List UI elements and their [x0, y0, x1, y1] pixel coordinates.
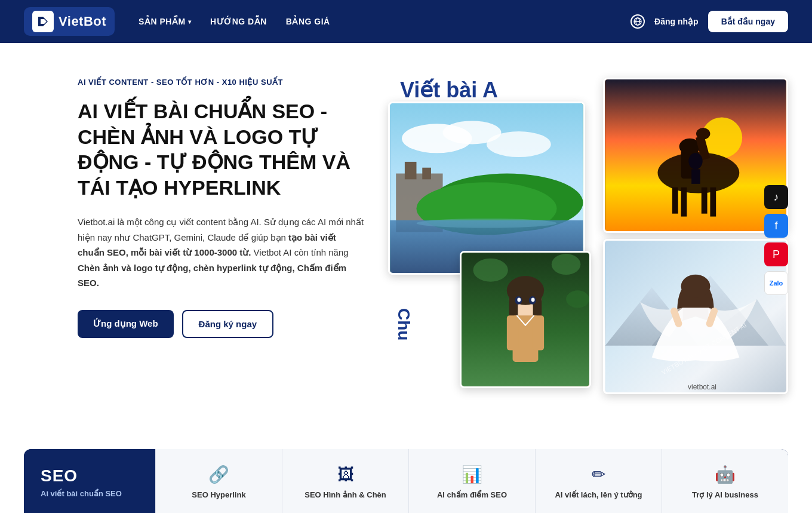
svg-rect-9	[422, 168, 431, 180]
hero-desc-plain2: Vietbot AI còn tính năng	[251, 247, 348, 257]
feature-bar-inner: SEO Ai viết bài chuẩn SEO 🔗 SEO Hyperlin…	[24, 449, 788, 513]
svg-rect-40	[507, 315, 518, 350]
vietbot-label: vietbot.ai	[688, 383, 716, 391]
svg-point-30	[566, 290, 589, 308]
tiktok-button[interactable]: ♪	[764, 185, 788, 209]
feature-item-seo-label: AI chấm điểm SEO	[437, 490, 507, 499]
navbar-left: VietBot SẢN PHẨM ▾ HƯỚNG DẪN BẢNG GIÁ	[24, 7, 330, 36]
svg-rect-21	[672, 188, 678, 214]
tiktok-icon: ♪	[774, 191, 779, 204]
feature-seo-sub: Ai viết bài chuẩn SEO	[41, 489, 122, 498]
svg-rect-24	[710, 188, 716, 217]
hero-tag: AI VIẾT CONTENT - SEO TỐT HƠN - X10 HIỆU…	[78, 78, 364, 87]
svg-point-6	[487, 131, 551, 157]
hero-right: Viết bài A	[388, 66, 788, 400]
ai-business-icon: 🤖	[715, 465, 736, 484]
feature-item-image[interactable]: 🖼 SEO Hình ảnh & Chèn	[282, 449, 408, 513]
seo-score-icon: 📊	[462, 465, 482, 484]
feature-item-hyperlink[interactable]: 🔗 SEO Hyperlink	[155, 449, 282, 513]
navbar: VietBot SẢN PHẨM ▾ HƯỚNG DẪN BẢNG GIÁ	[0, 0, 812, 43]
feature-item-writing[interactable]: ✏ AI viết lách, lên ý tưởng	[535, 449, 662, 513]
hero-section: AI VIẾT CONTENT - SEO TỐT HƠN - X10 HIỆU…	[0, 43, 812, 449]
chu-text: Chu	[394, 308, 413, 340]
feature-seo: SEO Ai viết bài chuẩn SEO	[24, 449, 155, 513]
svg-rect-8	[405, 162, 417, 179]
feature-items: 🔗 SEO Hyperlink 🖼 SEO Hình ảnh & Chèn 📊 …	[155, 449, 788, 513]
social-sidebar: ♪ f P Zalo	[764, 185, 788, 295]
svg-point-28	[473, 259, 508, 282]
image-icon: 🖼	[337, 465, 354, 484]
facebook-icon: f	[774, 220, 777, 232]
svg-point-38	[531, 298, 535, 302]
nav-links: SẢN PHẨM ▾ HƯỚNG DẪN BẢNG GIÁ	[139, 17, 330, 26]
hero-image-dress	[603, 239, 788, 394]
nav-bang-gia[interactable]: BẢNG GIÁ	[286, 17, 330, 26]
hero-image-lake	[388, 102, 585, 275]
hero-title: AI VIẾT BÀI CHUẨN SEO - CHÈN ẢNH VÀ LOGO…	[78, 99, 364, 200]
writing-icon: ✏	[592, 465, 605, 484]
svg-point-29	[552, 254, 581, 275]
hero-desc-bold2: Chèn ảnh và logo tự động, chèn hyperlink…	[78, 263, 346, 288]
zalo-icon: Zalo	[770, 279, 783, 287]
globe-icon	[630, 14, 645, 29]
feature-seo-label: SEO	[41, 466, 78, 486]
svg-point-25	[688, 153, 702, 169]
logo-icon	[32, 11, 54, 32]
feature-item-writing-label: AI viết lách, lên ý tưởng	[555, 490, 642, 499]
hero-buttons: Ứng dụng Web Đăng ký ngay	[78, 310, 364, 338]
globe-button[interactable]	[630, 14, 645, 29]
pinterest-icon: P	[773, 248, 780, 261]
feature-item-hyperlink-label: SEO Hyperlink	[192, 490, 245, 499]
svg-point-13	[416, 219, 556, 228]
svg-point-20	[696, 128, 710, 140]
feature-item-business-label: Trợ lý AI business	[692, 490, 758, 499]
login-button[interactable]: Đăng nhập	[654, 17, 699, 26]
feature-item-ai-business[interactable]: 🤖 Trợ lý AI business	[662, 449, 788, 513]
register-button[interactable]: Đăng ký ngay	[182, 310, 274, 338]
nav-san-pham[interactable]: SẢN PHẨM ▾	[139, 17, 191, 26]
svg-rect-22	[681, 188, 687, 217]
web-app-button[interactable]: Ứng dụng Web	[78, 310, 174, 338]
navbar-right: Đăng nhập Bắt đầu ngay	[630, 11, 788, 32]
svg-point-47	[681, 275, 710, 298]
hero-image-anime	[460, 251, 591, 388]
logo-text: VietBot	[59, 14, 106, 29]
pinterest-button[interactable]: P	[764, 242, 788, 266]
svg-rect-23	[702, 188, 708, 214]
svg-rect-41	[533, 315, 544, 350]
facebook-button[interactable]: f	[764, 214, 788, 238]
hero-left: AI VIẾT CONTENT - SEO TỐT HƠN - X10 HIỆU…	[78, 72, 364, 338]
zalo-button[interactable]: Zalo	[764, 271, 788, 295]
svg-rect-33	[509, 290, 518, 320]
caret-icon: ▾	[188, 19, 192, 25]
hero-image-horse	[603, 78, 788, 233]
feature-item-image-label: SEO Hình ảnh & Chèn	[304, 490, 386, 499]
nav-huong-dan[interactable]: HƯỚNG DẪN	[210, 17, 267, 26]
svg-point-37	[517, 298, 521, 302]
feature-item-seo-score[interactable]: 📊 AI chấm điểm SEO	[408, 449, 535, 513]
collage-title: Viết bài A	[400, 78, 498, 103]
svg-rect-26	[691, 169, 700, 183]
start-button[interactable]: Bắt đầu ngay	[708, 11, 788, 32]
logo[interactable]: VietBot	[24, 7, 115, 36]
feature-bar: SEO Ai viết bài chuẩn SEO 🔗 SEO Hyperlin…	[0, 449, 812, 513]
hero-desc: Vietbot.ai là một công cụ viết content b…	[78, 214, 364, 291]
hyperlink-icon: 🔗	[208, 465, 229, 484]
